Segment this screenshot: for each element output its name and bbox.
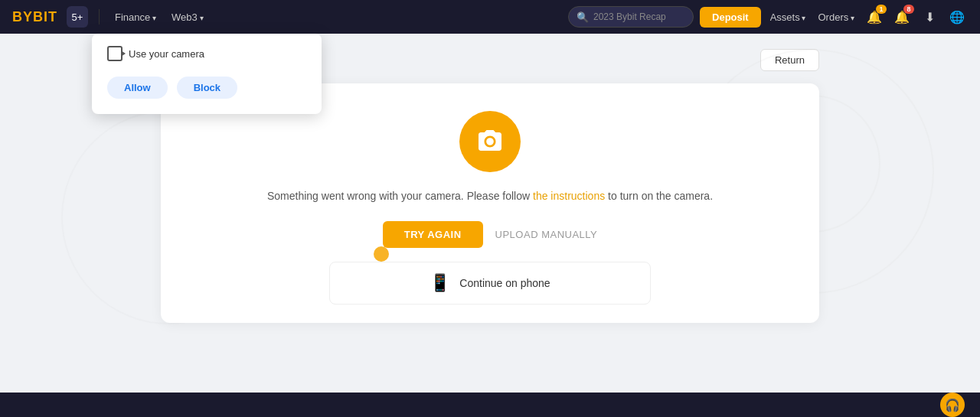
bottom-bar: 🎧 xyxy=(0,393,980,417)
verification-card: Something went wrong with your camera. P… xyxy=(161,83,819,323)
phone-icon: 📱 xyxy=(430,273,450,293)
return-button[interactable]: Return xyxy=(760,49,819,71)
alert-badge: 8 xyxy=(903,5,914,14)
nav-divider xyxy=(99,9,100,24)
try-again-button[interactable]: TRY AGAIN xyxy=(383,221,483,248)
download-symbol: ⬇ xyxy=(925,10,935,24)
bybit-logo: BYBIT xyxy=(12,9,57,25)
globe-symbol: 🌐 xyxy=(949,10,965,24)
error-message: Something went wrong with your camera. P… xyxy=(267,187,713,204)
popup-buttons: Allow Block xyxy=(107,77,306,99)
nav-web3-link[interactable]: Web3 xyxy=(167,11,208,23)
error-text-before: Something went wrong with your camera. P… xyxy=(267,190,533,202)
alert-bell[interactable]: 🔔 8 xyxy=(891,6,913,28)
nav-assets-link[interactable]: Assets xyxy=(767,11,809,23)
block-button[interactable]: Block xyxy=(177,77,237,99)
popup-camera-label: Use your camera xyxy=(129,48,204,60)
camera-svg xyxy=(476,128,504,155)
allow-button[interactable]: Allow xyxy=(107,77,168,99)
loading-dot xyxy=(374,246,389,262)
nav-search-bar[interactable]: 🔍 xyxy=(568,6,694,28)
camera-small-icon xyxy=(107,46,122,61)
continue-on-phone-row[interactable]: 📱 Continue on phone xyxy=(329,262,651,305)
action-buttons-row: TRY AGAIN UPLOAD MANUALLY xyxy=(383,221,598,248)
globe-icon[interactable]: 🌐 xyxy=(946,6,968,28)
popup-header: Use your camera xyxy=(107,46,306,61)
notification-bell[interactable]: 🔔 1 xyxy=(864,6,885,28)
upload-manually-button[interactable]: UPLOAD MANUALLY xyxy=(495,229,598,240)
nav-extra-btn[interactable]: 5+ xyxy=(67,6,88,28)
nav-right-section: Deposit Assets Orders 🔔 1 🔔 8 ⬇ 🌐 xyxy=(700,6,968,28)
instructions-link[interactable]: the instructions xyxy=(533,190,605,202)
continue-phone-text: Continue on phone xyxy=(459,277,550,289)
search-input[interactable] xyxy=(593,11,685,22)
notification-badge: 1 xyxy=(876,5,887,14)
deposit-button[interactable]: Deposit xyxy=(700,7,761,28)
support-button[interactable]: 🎧 xyxy=(940,393,965,417)
nav-orders-link[interactable]: Orders xyxy=(815,11,858,23)
nav-finance-link[interactable]: Finance xyxy=(110,11,161,23)
camera-error-icon xyxy=(459,111,521,172)
top-navigation: BYBIT 5+ Finance Web3 🔍 Deposit Assets O… xyxy=(0,0,980,34)
search-icon: 🔍 xyxy=(577,11,589,23)
download-icon[interactable]: ⬇ xyxy=(919,6,940,28)
camera-permission-popup: Use your camera Allow Block xyxy=(92,34,322,114)
error-text-after: to turn on the camera. xyxy=(605,190,713,202)
